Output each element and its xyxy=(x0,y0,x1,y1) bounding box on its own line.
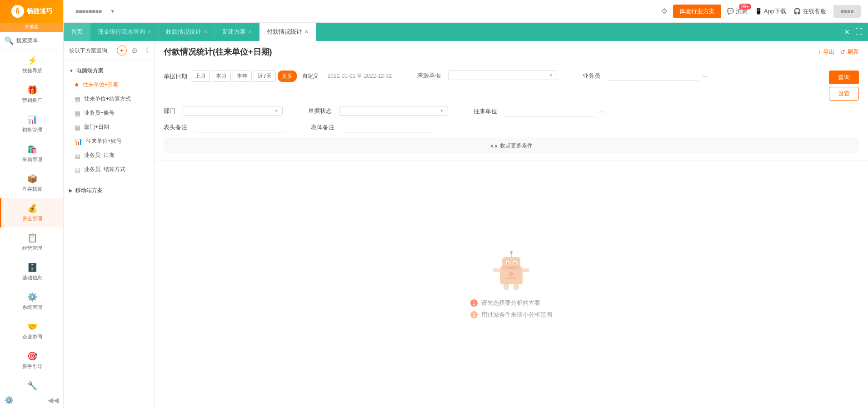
sidebar-item-purchase[interactable]: 🛍️ 采购管理 xyxy=(0,139,63,168)
collapse-scheme-btn[interactable]: 《 xyxy=(142,46,149,55)
date-btn-7days[interactable]: 近7天 xyxy=(254,71,276,82)
trial-btn[interactable]: 体验行业方案 xyxy=(673,5,721,18)
close-all-tabs-btn[interactable]: ✕ xyxy=(844,28,850,36)
fullscreen-btn[interactable]: ⛶ xyxy=(855,28,863,36)
message-icon: 💬 xyxy=(727,8,734,15)
counterpart-input[interactable] xyxy=(504,106,595,116)
date-btn-last-month[interactable]: 上月 xyxy=(191,71,210,82)
source-doc-label: 来源单据 xyxy=(417,71,441,80)
sidebar-item-sales[interactable]: 📊 销售管理 xyxy=(0,109,63,139)
sidebar-item-marketing[interactable]: 🎁 营销推广 xyxy=(0,80,63,109)
desktop-group-header[interactable]: ▼ 电脑端方案 xyxy=(64,64,154,77)
page-title: 付款情况统计(往来单位+日期) xyxy=(164,46,272,57)
tab-home-label: 首页 xyxy=(71,28,83,36)
date-btn-this-year[interactable]: 本年 xyxy=(233,71,252,82)
scheme-icon-5: ▦ xyxy=(75,152,80,159)
sidebar-search[interactable]: 🔍 搜索菜单 xyxy=(0,32,63,50)
scheme-staff-account[interactable]: ▦ 业务员+账号 xyxy=(64,106,154,120)
svg-point-4 xyxy=(507,262,509,264)
mobile-group-label: 移动端方案 xyxy=(75,187,103,194)
date-btn-this-month[interactable]: 本月 xyxy=(212,71,231,82)
sidebar-item-shortcuts[interactable]: ⚡ 快捷导航 xyxy=(0,50,63,80)
empty-illustration xyxy=(489,248,534,293)
scheme-staff-date[interactable]: ▦ 业务员+日期 xyxy=(64,148,154,162)
data-area: 请先选择要分析的方案 用过滤条件来缩小分析范围 xyxy=(155,161,868,409)
tab-cash-flow-label: 现金银行流水查询 xyxy=(98,28,145,36)
mobile-group-arrow: ▶ xyxy=(69,188,73,193)
scheme-unit-settlement[interactable]: ▦ 往来单位+结算方式 xyxy=(64,92,154,106)
dept-select[interactable]: ▼ xyxy=(183,106,283,116)
svg-point-12 xyxy=(509,272,514,276)
tab-home[interactable]: 首页 xyxy=(64,23,90,41)
main-area: ■■■■■■■■ ▼ ⚙ 体验行业方案 💬 消息 99+ 📱 App下载 🎧 在… xyxy=(64,0,868,409)
inventory-icon: 📦 xyxy=(27,174,37,184)
tab-receivable-close[interactable]: × xyxy=(204,29,207,35)
sidebar-item-guide[interactable]: 🎯 新手引导 xyxy=(0,346,63,375)
sidebar-item-operation[interactable]: 📋 经营管理 xyxy=(0,227,63,257)
sidebar-item-basic[interactable]: 🗄️ 基础信息 xyxy=(0,257,63,287)
message-badge: 99+ xyxy=(739,4,751,10)
tab-receivable[interactable]: 收款情况统计 × xyxy=(159,23,215,41)
setting-btn[interactable]: 设置 xyxy=(829,87,859,101)
message-btn[interactable]: 💬 消息 99+ xyxy=(727,7,748,15)
export-btn[interactable]: ↑ 导出 xyxy=(818,48,835,56)
scheme-panel: 按以下方案查询 + ⚙ 《 ▼ 电脑端方案 ● 往来单位+日期 xyxy=(64,41,155,409)
marketing-label: 营销推广 xyxy=(22,97,42,104)
sidebar-item-hardware[interactable]: 🔧 智能硬件 xyxy=(0,375,63,391)
refresh-label: 刷新 xyxy=(847,48,859,56)
mobile-scheme-group: ▶ 移动端方案 xyxy=(64,180,154,201)
topbar: ■■■■■■■■ ▼ ⚙ 体验行业方案 💬 消息 99+ 📱 App下载 🎧 在… xyxy=(64,0,868,23)
workspace-selector[interactable]: ■■■■■■■■ ▼ xyxy=(71,6,656,16)
collapse-more-btn[interactable]: ∧∧ 收起更多条件 xyxy=(164,138,859,153)
desktop-group-arrow: ▼ xyxy=(69,68,74,73)
settings-bottom-icon[interactable]: ⚙️ xyxy=(5,396,14,404)
scheme-icon-3: ▦ xyxy=(75,124,80,131)
sidebar-item-finance[interactable]: 💰 资金管理 xyxy=(0,198,63,227)
scheme-settings-btn[interactable]: ⚙ xyxy=(130,45,140,56)
online-service-btn[interactable]: 🎧 在线客服 xyxy=(793,7,826,15)
staff-input[interactable] xyxy=(608,71,698,81)
sidebar-item-corp[interactable]: 🤝 企业协同 xyxy=(0,316,63,346)
scheme-dept-date[interactable]: ▦ 部门+日期 xyxy=(64,120,154,134)
scheme-icon-6: ▦ xyxy=(75,166,80,173)
scheme-staff-account-label: 业务员+账号 xyxy=(84,109,115,117)
app-download-btn[interactable]: 📱 App下载 xyxy=(755,7,786,15)
sales-label: 销售管理 xyxy=(22,126,42,133)
scheme-staff-settlement[interactable]: ▦ 业务员+结算方式 xyxy=(64,162,154,177)
search-label: 搜索菜单 xyxy=(16,37,38,45)
empty-hint-2: 用过滤条件来缩小分析范围 xyxy=(470,311,552,319)
counterpart-dots[interactable]: ··· xyxy=(599,108,604,115)
app-download-label: App下载 xyxy=(764,7,786,15)
tab-new-scheme[interactable]: 新建方案 × xyxy=(215,23,259,41)
sidebar-item-system[interactable]: ⚙️ 系统管理 xyxy=(0,287,63,316)
header-note-input[interactable] xyxy=(195,122,285,132)
user-avatar-btn[interactable]: ■■■■ xyxy=(833,5,861,18)
logo-text: 畅捷通巧 xyxy=(27,7,52,15)
topbar-gear-icon[interactable]: ⚙ xyxy=(661,7,668,15)
tab-new-scheme-close[interactable]: × xyxy=(249,29,252,35)
date-btn-custom[interactable]: 自定义 xyxy=(299,71,322,81)
tab-payable-stats-close[interactable]: × xyxy=(305,29,308,35)
doc-status-select[interactable]: ▼ xyxy=(339,106,448,116)
scheme-unit-date[interactable]: ● 往来单位+日期 xyxy=(64,77,154,92)
tab-payable-stats[interactable]: 付款情况统计 × xyxy=(259,23,316,41)
staff-dots[interactable]: ··· xyxy=(702,72,708,80)
tab-cash-flow[interactable]: 现金银行流水查询 × xyxy=(90,23,159,41)
filter-staff: 业务员 ··· xyxy=(583,71,708,81)
body-note-input[interactable] xyxy=(342,122,433,132)
service-label: 在线客服 xyxy=(803,7,826,15)
shortcuts-icon: ⚡ xyxy=(27,56,37,66)
refresh-btn[interactable]: ↺ 刷新 xyxy=(840,48,859,56)
collapse-sidebar-icon[interactable]: ◀◀ xyxy=(48,396,59,404)
scheme-unit-account[interactable]: 📊 往来单位+账号 xyxy=(64,134,154,148)
source-doc-select[interactable]: ▼ xyxy=(448,71,557,80)
tab-cash-flow-close[interactable]: × xyxy=(148,29,151,35)
svg-rect-10 xyxy=(504,283,509,290)
filter-dept: 部门 ▼ xyxy=(164,106,283,116)
date-btn-more[interactable]: 更多 xyxy=(278,71,297,82)
app-download-icon: 📱 xyxy=(755,8,762,15)
query-btn[interactable]: 查询 xyxy=(829,71,859,84)
sidebar-item-inventory[interactable]: 📦 库存核算 xyxy=(0,168,63,198)
mobile-group-header[interactable]: ▶ 移动端方案 xyxy=(64,184,154,197)
add-scheme-btn[interactable]: + xyxy=(117,45,127,56)
